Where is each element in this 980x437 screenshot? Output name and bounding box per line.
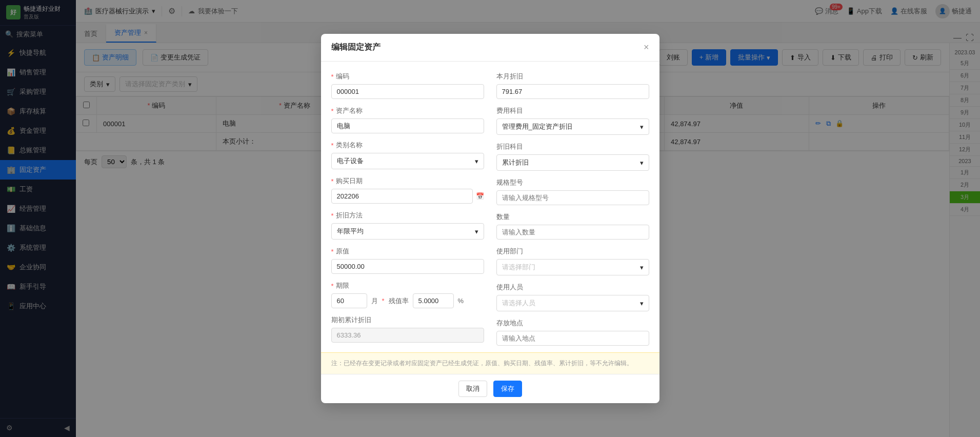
form-row-user: 使用人员 请选择人员 ▾: [496, 283, 649, 311]
dialog-overlay: 编辑固定资产 × * 编码: [0, 0, 980, 437]
dep-subject-icon: ▾: [640, 159, 644, 167]
storage-input[interactable]: [496, 331, 649, 346]
form-row-depreciation-method: * 折旧方法 年限平均 ▾: [331, 211, 484, 240]
quantity-input[interactable]: [496, 225, 649, 240]
form-row-original-value: * 原值: [331, 247, 484, 274]
form-row-department: 使用部门 请选择部门 ▾: [496, 247, 649, 275]
form-row-code: * 编码: [331, 72, 484, 99]
dialog-footer: 取消 保存: [321, 374, 659, 403]
dialog-header: 编辑固定资产 ×: [321, 34, 659, 62]
form-row-spec: 规格型号: [496, 178, 649, 205]
expense-subject-select[interactable]: 管理费用_固定资产折旧 ▾: [496, 118, 649, 135]
purchase-date-input[interactable]: [331, 189, 473, 204]
monthly-dep-input[interactable]: [496, 84, 649, 99]
category-select[interactable]: 电子设备 ▾: [331, 153, 484, 169]
form-left: * 编码 * 资产名称: [331, 72, 484, 352]
edit-dialog: 编辑固定资产 × * 编码: [321, 34, 659, 403]
form-grid: * 编码 * 资产名称: [331, 72, 649, 352]
code-input[interactable]: [331, 84, 484, 99]
period-residual-group: 月 * 残值率 %: [331, 293, 484, 308]
form-row-quantity: 数量: [496, 212, 649, 240]
user-select-icon: ▾: [640, 300, 644, 307]
name-input[interactable]: [331, 118, 484, 133]
form-right: 本月折旧 费用科目 管理费用_固定资产折旧 ▾: [496, 72, 649, 352]
expense-subject-icon: ▾: [640, 123, 644, 131]
form-row-initial-accumulated: 期初累计折旧: [331, 315, 484, 343]
form-row-dep-subject: 折旧科目 累计折旧 ▾: [496, 142, 649, 171]
form-row-monthly-dep: 本月折旧: [496, 72, 649, 99]
save-button[interactable]: 保存: [493, 381, 522, 397]
name-label: * 资产名称: [331, 106, 484, 115]
dep-subject-label: 折旧科目: [496, 142, 649, 151]
form-row-name: * 资产名称: [331, 106, 484, 133]
cancel-button[interactable]: 取消: [458, 381, 487, 397]
dep-subject-select[interactable]: 累计折旧 ▾: [496, 154, 649, 171]
user-select[interactable]: 请选择人员 ▾: [496, 295, 649, 311]
spec-label: 规格型号: [496, 178, 649, 187]
period-input[interactable]: [331, 293, 367, 308]
dialog-body: * 编码 * 资产名称: [321, 62, 659, 352]
method-select-icon: ▾: [475, 228, 478, 235]
user-label: 使用人员: [496, 283, 649, 292]
initial-accumulated-label: 期初累计折旧: [331, 315, 484, 325]
original-value-label: * 原值: [331, 247, 484, 256]
initial-accumulated-input: [331, 328, 484, 343]
original-value-input[interactable]: [331, 259, 484, 274]
quantity-label: 数量: [496, 212, 649, 222]
form-row-expense-subject: 费用科目 管理费用_固定资产折旧 ▾: [496, 106, 649, 135]
residual-rate-input[interactable]: [413, 293, 454, 308]
depreciation-method-label: * 折旧方法: [331, 211, 484, 220]
storage-label: 存放地点: [496, 319, 649, 328]
depreciation-method-select[interactable]: 年限平均 ▾: [331, 223, 484, 240]
code-label: * 编码: [331, 72, 484, 81]
calendar-icon[interactable]: 📅: [476, 192, 484, 200]
category-select-icon: ▾: [475, 157, 478, 165]
dialog-title: 编辑固定资产: [331, 42, 381, 53]
spec-input[interactable]: [496, 190, 649, 205]
form-row-purchase-date: * 购买日期 📅: [331, 176, 484, 204]
form-row-storage: 存放地点: [496, 319, 649, 346]
category-label: * 类别名称: [331, 141, 484, 150]
form-row-category: * 类别名称 电子设备 ▾: [331, 141, 484, 169]
form-row-period: * 期限 月 * 残值率 %: [331, 281, 484, 308]
monthly-dep-label: 本月折旧: [496, 72, 649, 81]
expense-subject-label: 费用科目: [496, 106, 649, 115]
department-icon: ▾: [640, 264, 644, 271]
department-label: 使用部门: [496, 247, 649, 256]
department-select[interactable]: 请选择部门 ▾: [496, 259, 649, 275]
period-label: * 期限: [331, 281, 484, 290]
dialog-note: 注：已经存在变更记录或者对应固定资产已经生成凭证，原值、购买日期、残值率、累计折…: [321, 352, 659, 374]
purchase-date-label: * 购买日期: [331, 176, 484, 186]
purchase-date-group: 📅: [331, 189, 484, 204]
dialog-close-btn[interactable]: ×: [644, 42, 649, 53]
